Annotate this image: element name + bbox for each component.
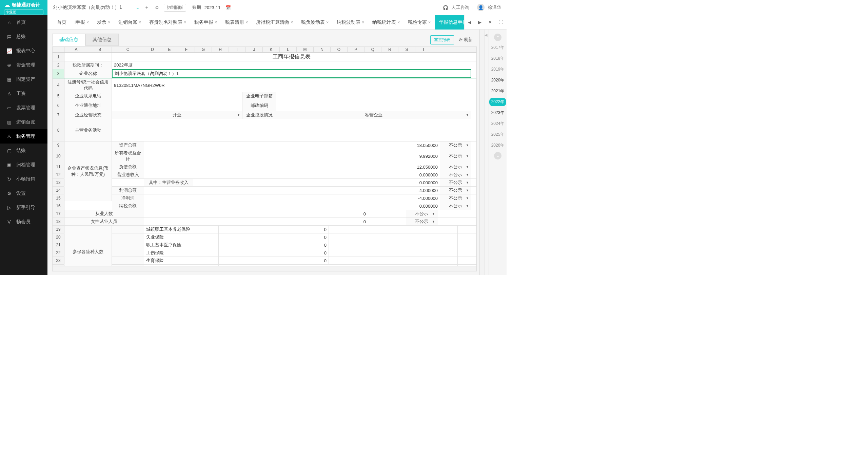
period-value[interactable]: 2023-11: [204, 5, 221, 10]
close-icon[interactable]: ×: [362, 20, 364, 25]
disclose-select[interactable]: 不公示: [406, 218, 437, 225]
sidebar-item-4[interactable]: ▦固定资产: [0, 72, 47, 87]
close-icon[interactable]: ×: [245, 20, 248, 25]
phone-input[interactable]: [112, 92, 242, 100]
col-header[interactable]: S: [398, 47, 415, 52]
email-input[interactable]: [276, 92, 471, 100]
hold-select[interactable]: 私营企业: [276, 111, 471, 119]
year-option[interactable]: 2025年: [489, 130, 507, 139]
disclose-select[interactable]: 不公示: [406, 210, 437, 217]
sidebar-item-7[interactable]: ▥进销台账: [0, 115, 47, 129]
row-header[interactable]: 6: [53, 100, 64, 111]
col-header[interactable]: L: [280, 47, 297, 52]
row-header[interactable]: 10: [53, 149, 64, 163]
ins-value[interactable]: 0.000000: [219, 265, 458, 266]
consult-link[interactable]: 人工咨询: [452, 4, 469, 11]
account-dropdown-icon[interactable]: ⌄: [136, 5, 140, 10]
close-icon[interactable]: ×: [215, 20, 217, 25]
year-option[interactable]: 2020年: [489, 76, 507, 84]
row-header[interactable]: 19: [53, 226, 64, 233]
sidebar-item-11[interactable]: ↻小畅报销: [0, 172, 47, 186]
row-header[interactable]: 13: [53, 179, 64, 186]
fin-value[interactable]: 0.000000: [144, 171, 440, 178]
year-option[interactable]: 2018年: [489, 54, 507, 63]
tab-11[interactable]: 税检专家×: [404, 15, 435, 30]
emp-value[interactable]: 0: [144, 210, 368, 217]
sidebar-item-6[interactable]: ▭发票管理: [0, 101, 47, 115]
disclose-select[interactable]: 不公示: [440, 179, 471, 186]
col-header[interactable]: T: [415, 47, 432, 52]
sidebar-item-8[interactable]: ♨税务管理: [0, 129, 47, 144]
close-icon[interactable]: ×: [139, 20, 141, 25]
sidebar-item-3[interactable]: ⊕资金管理: [0, 58, 47, 72]
row-header[interactable]: 14: [53, 187, 64, 194]
fem-value[interactable]: 0: [144, 218, 368, 225]
year-option[interactable]: 2021年: [489, 87, 507, 95]
post-input[interactable]: [276, 100, 471, 111]
add-icon[interactable]: ＋: [143, 3, 150, 12]
ins-value[interactable]: 0: [219, 241, 329, 249]
tab-5[interactable]: 税务申报×: [190, 15, 221, 30]
sidebar-item-0[interactable]: ⌂首页: [0, 15, 47, 30]
sidebar-item-1[interactable]: ▤总账: [0, 30, 47, 44]
sidebar-item-12[interactable]: ⚙设置: [0, 186, 47, 201]
tab-3[interactable]: 进销台账×: [114, 15, 145, 30]
col-header[interactable]: J: [246, 47, 263, 52]
col-header[interactable]: Q: [364, 47, 381, 52]
fin-value[interactable]: 0.000000: [193, 179, 440, 186]
consult-icon[interactable]: 🎧: [443, 5, 448, 10]
switch-old-version-button[interactable]: 切到旧版: [164, 4, 186, 12]
col-header[interactable]: E: [161, 47, 178, 52]
col-header[interactable]: I: [229, 47, 246, 52]
close-icon[interactable]: ×: [326, 20, 329, 25]
row-header[interactable]: 5: [53, 92, 64, 100]
tab-1[interactable]: i申报×: [71, 15, 93, 30]
close-icon[interactable]: ×: [291, 20, 293, 25]
tab-4[interactable]: 存货别名对照表×: [145, 15, 190, 30]
year-option[interactable]: 2026年: [489, 141, 507, 150]
reset-report-button[interactable]: 重置报表: [430, 35, 454, 44]
fin-value[interactable]: 12.050000: [144, 163, 440, 171]
col-header[interactable]: C: [112, 47, 144, 52]
fin-value[interactable]: -4.000000: [144, 194, 440, 202]
col-header[interactable]: O: [331, 47, 348, 52]
fin-value[interactable]: 18.050000: [144, 141, 440, 149]
year-down-icon[interactable]: ⌄: [494, 152, 501, 159]
row-header[interactable]: 4: [53, 78, 64, 92]
addr-input[interactable]: [112, 100, 242, 111]
avatar[interactable]: 👤: [477, 4, 485, 11]
ins-value[interactable]: 0: [219, 233, 329, 241]
ins-value[interactable]: 0: [219, 257, 329, 264]
row-header[interactable]: 17: [53, 210, 64, 217]
disclose-select[interactable]: 不公示: [440, 171, 471, 178]
tab-8[interactable]: 税负波动表×: [297, 15, 333, 30]
year-option[interactable]: 2024年: [489, 119, 507, 128]
row-header[interactable]: 16: [53, 202, 64, 210]
disclose-select[interactable]: 不公示: [440, 149, 471, 163]
row-header[interactable]: 9: [53, 141, 64, 149]
subtab-basic-info[interactable]: 基础信息: [52, 34, 85, 46]
close-icon[interactable]: ×: [108, 20, 110, 25]
col-header[interactable]: B: [88, 47, 112, 52]
username[interactable]: 徐泽华: [488, 4, 501, 11]
horizontal-scrollbar[interactable]: [53, 266, 476, 271]
col-header[interactable]: K: [263, 47, 280, 52]
year-option[interactable]: 2017年: [489, 43, 507, 52]
tab-next-icon[interactable]: ▶: [475, 20, 485, 25]
sidebar-item-14[interactable]: V畅会员: [0, 215, 47, 229]
collapse-year-panel[interactable]: ◀: [484, 30, 489, 275]
row-header[interactable]: 7: [53, 111, 64, 119]
disclose-select[interactable]: 不公示: [440, 202, 471, 210]
tab-fullscreen-icon[interactable]: ⛶: [495, 20, 507, 25]
sidebar-item-13[interactable]: ▷新手引导: [0, 201, 47, 215]
row-header[interactable]: 12: [53, 171, 64, 178]
status-select[interactable]: 开业: [112, 111, 242, 119]
row-header[interactable]: 21: [53, 241, 64, 249]
year-up-icon[interactable]: ⌃: [494, 34, 501, 41]
tab-12[interactable]: 年报信息申报表×: [435, 15, 464, 30]
row-header[interactable]: 18: [53, 218, 64, 225]
calendar-icon[interactable]: 📅: [225, 5, 231, 10]
fin-value[interactable]: -4.000000: [144, 187, 440, 194]
close-icon[interactable]: ×: [397, 20, 400, 25]
col-header[interactable]: P: [348, 47, 364, 52]
